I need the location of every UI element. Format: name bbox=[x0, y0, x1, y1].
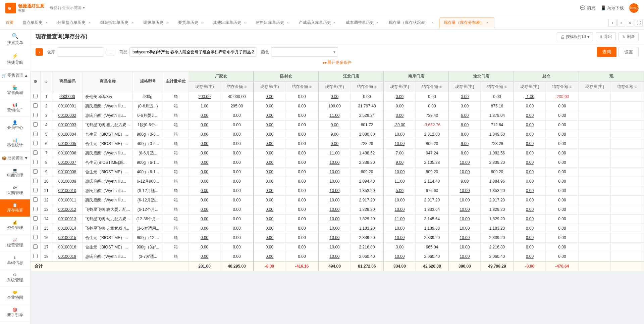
expand-conditions-btn[interactable]: ▾▾ 展开更多条件 bbox=[323, 60, 352, 65]
cell-w3-qty[interactable]: 10.00 bbox=[319, 224, 350, 233]
cell-total-qty[interactable]: 0.00 bbox=[514, 148, 545, 158]
cell-w2-qty[interactable]: 0.00 bbox=[254, 224, 285, 233]
cell-w3-qty[interactable]: 10.00 bbox=[319, 186, 350, 195]
cell-w3-qty[interactable]: 11.00 bbox=[319, 148, 350, 158]
cell-w3-qty[interactable]: 9.00 bbox=[319, 139, 350, 148]
cell-w3-qty[interactable]: 10.00 bbox=[319, 205, 350, 214]
cell-checkbox[interactable] bbox=[31, 148, 41, 158]
close-tab-5[interactable]: × bbox=[200, 20, 204, 25]
cell-w1-qty[interactable]: 0.00 bbox=[189, 252, 220, 262]
cell-checkbox[interactable] bbox=[31, 186, 41, 195]
tab-9[interactable]: 成本调整单历史 × bbox=[341, 17, 384, 28]
tab-2[interactable]: 分量盘点单历史 × bbox=[53, 17, 96, 28]
cell-checkbox[interactable] bbox=[31, 233, 41, 242]
expand-arrow-btn[interactable]: › bbox=[36, 48, 43, 56]
tab-6[interactable]: 其他出库单历史 × bbox=[209, 17, 252, 28]
cell-w5-qty[interactable]: 8.00 bbox=[449, 120, 480, 130]
cell-w1-qty[interactable]: 1.00 bbox=[189, 101, 220, 111]
cell-w4-qty[interactable]: 10.00 bbox=[384, 167, 415, 177]
cell-checkbox[interactable] bbox=[31, 252, 41, 262]
cell-w5-qty[interactable]: 10.00 bbox=[449, 233, 480, 242]
cell-w4-qty[interactable]: 0.00 bbox=[384, 101, 415, 111]
tab-5[interactable]: 要货单历史 × bbox=[174, 17, 209, 28]
cell-w3-qty[interactable]: 10.00 bbox=[319, 167, 350, 177]
cell-total-qty[interactable]: 0.00 bbox=[514, 242, 545, 252]
cell-w4-qty[interactable]: 9.00 bbox=[384, 158, 415, 167]
cell-w2-qty[interactable]: 0.00 bbox=[254, 120, 285, 130]
sidebar-item-retail[interactable]: 🛒 零售管理 ▲ bbox=[0, 69, 30, 82]
nav-right-arrow[interactable]: › bbox=[617, 19, 625, 27]
cell-checkbox[interactable] bbox=[31, 205, 41, 214]
sidebar-item-system[interactable]: ⚙ 系统管理 bbox=[0, 269, 30, 287]
cell-w1-qty[interactable]: 0.00 bbox=[189, 148, 220, 158]
cell-w2-qty[interactable]: 0.00 bbox=[254, 233, 285, 242]
sidebar-item-member[interactable]: 👤 会员中心 bbox=[0, 117, 30, 134]
cell-w4-qty[interactable]: -39.00 bbox=[384, 120, 415, 130]
sidebar-item-ecommerce[interactable]: 💻 电商管理 bbox=[0, 165, 30, 182]
cell-w3-qty[interactable]: 10.00 bbox=[319, 242, 350, 252]
sidebar-item-enterprise[interactable]: 🤝 企业协同 bbox=[0, 287, 30, 304]
sidebar-item-finance[interactable]: 💰 资金管理 bbox=[0, 217, 30, 234]
goods-input[interactable] bbox=[129, 47, 257, 57]
cell-w4-qty[interactable]: 10.00 bbox=[384, 139, 415, 148]
cell-w2-qty[interactable]: 0.00 bbox=[254, 130, 285, 139]
cell-w3-qty[interactable]: 11.00 bbox=[319, 111, 350, 120]
sidebar-item-quick[interactable]: ⚡ 快捷导航 bbox=[0, 49, 30, 69]
query-btn[interactable]: 查询 bbox=[597, 47, 616, 57]
info-icon-6[interactable]: ① bbox=[569, 85, 572, 89]
app-download-btn[interactable]: 📱 App下载 bbox=[601, 5, 624, 11]
cell-w3-qty[interactable]: 9.00 bbox=[319, 130, 350, 139]
sidebar-item-guide[interactable]: 🎯 新手引导 bbox=[0, 304, 30, 322]
cell-w2-qty[interactable]: 0.00 bbox=[254, 214, 285, 224]
cell-w1-qty[interactable]: 0.00 bbox=[189, 224, 220, 233]
info-icon-4[interactable]: ① bbox=[439, 85, 442, 89]
cell-w4-qty[interactable]: 5.00 bbox=[384, 186, 415, 195]
cell-w3-qty[interactable]: 9.00 bbox=[319, 120, 350, 130]
sidebar-item-inventory[interactable]: 📋 库存核算 bbox=[0, 199, 30, 217]
print-btn[interactable]: 🖨 按模板打印 ▾ bbox=[557, 32, 593, 41]
sidebar-item-wholesale[interactable]: 📦 批发管理 ▼ bbox=[0, 152, 30, 165]
cell-checkbox[interactable] bbox=[31, 177, 41, 186]
cell-total-qty[interactable]: 0.00 bbox=[514, 120, 545, 130]
cell-w1-qty[interactable]: 0.00 bbox=[189, 177, 220, 186]
cell-w1-qty[interactable]: 0.00 bbox=[189, 139, 220, 148]
cell-w5-qty[interactable]: 10.00 bbox=[449, 186, 480, 195]
nav-expand[interactable]: ⛶ bbox=[635, 19, 643, 27]
tab-7[interactable]: 材料出库单历史 × bbox=[252, 17, 294, 28]
settings-btn[interactable]: 设置 bbox=[619, 47, 639, 57]
cell-w2-qty[interactable]: 0.00 bbox=[254, 177, 285, 186]
cell-w5-qty[interactable]: 10.00 bbox=[449, 158, 480, 167]
nav-left-arrow[interactable]: ‹ bbox=[608, 19, 616, 27]
cell-total-qty[interactable]: 0.00 bbox=[514, 139, 545, 148]
cell-checkbox[interactable] bbox=[31, 167, 41, 177]
tab-3[interactable]: 组装拆卸单历史 × bbox=[96, 17, 139, 28]
sidebar-item-search[interactable]: 🔍 搜索英单 bbox=[0, 30, 30, 49]
info-icon-5[interactable]: ① bbox=[504, 85, 507, 89]
messages-btn[interactable]: 💬 消息 bbox=[580, 5, 595, 11]
cell-w5-qty[interactable]: 3.00 bbox=[449, 101, 480, 111]
tab-1[interactable]: 盘点单历史 × bbox=[18, 17, 53, 28]
cell-checkbox[interactable] bbox=[31, 139, 41, 148]
cell-checkbox[interactable] bbox=[31, 120, 41, 130]
cell-w5-qty[interactable]: 10.00 bbox=[449, 214, 480, 224]
tab-8[interactable]: 产成品入库单历史 × bbox=[294, 17, 341, 28]
tab-home[interactable]: 首页 bbox=[1, 17, 18, 28]
cell-total-qty[interactable]: 0.00 bbox=[514, 177, 545, 186]
cell-w4-qty[interactable]: 3.00 bbox=[384, 111, 415, 120]
close-tab-1[interactable]: × bbox=[44, 20, 49, 25]
cell-total-qty[interactable]: 0.00 bbox=[514, 195, 545, 205]
cell-w3-qty[interactable]: 10.00 bbox=[319, 158, 350, 167]
cell-checkbox[interactable] bbox=[31, 92, 41, 102]
cell-w3-qty[interactable]: 10.00 bbox=[319, 214, 350, 224]
cell-w5-qty[interactable]: 10.00 bbox=[449, 224, 480, 233]
cell-w5-qty[interactable]: 10.00 bbox=[449, 195, 480, 205]
cell-w5-qty[interactable]: 9.00 bbox=[449, 177, 480, 186]
cell-w2-qty[interactable]: 0.00 bbox=[254, 205, 285, 214]
cell-w2-qty[interactable]: 0.00 bbox=[254, 148, 285, 158]
cell-total-qty[interactable]: 0.00 bbox=[514, 233, 545, 242]
cell-total-qty[interactable]: 0.00 bbox=[514, 252, 545, 262]
cell-checkbox[interactable] bbox=[31, 214, 41, 224]
cell-w5-qty[interactable]: 9.00 bbox=[449, 139, 480, 148]
cell-total-qty[interactable]: 0.00 bbox=[514, 158, 545, 167]
warehouse-ellipsis-btn[interactable]: ... bbox=[106, 49, 115, 55]
